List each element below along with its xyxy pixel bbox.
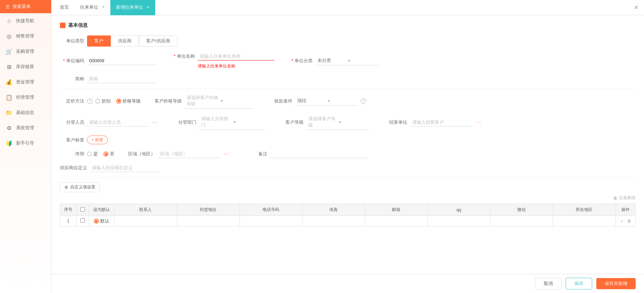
chevron-down-icon: ▼ bbox=[347, 59, 376, 63]
supervisor-input[interactable] bbox=[87, 118, 150, 127]
payment-terms-field: 收款条件 现结 ▼ ? bbox=[268, 96, 366, 106]
sidebar-item-basics[interactable]: 📁 基础信息 bbox=[0, 105, 51, 120]
row-address[interactable] bbox=[177, 216, 239, 227]
sidebar-item-finance[interactable]: 💰 资金管理 bbox=[0, 74, 51, 90]
customer-level-select[interactable]: 请选择客户等级 ▼ bbox=[306, 114, 369, 130]
qq-input[interactable] bbox=[431, 219, 487, 223]
settlement-more-btn[interactable]: ··· bbox=[476, 119, 481, 125]
finance-icon: 💰 bbox=[6, 79, 13, 86]
tab-home[interactable]: 首页 bbox=[54, 0, 74, 15]
section-icon bbox=[60, 23, 65, 28]
sidebar-item-operations[interactable]: 📋 经营管理 bbox=[0, 90, 51, 105]
table-header-checkbox bbox=[77, 204, 89, 216]
add-tag-btn[interactable]: + 标签 bbox=[87, 136, 108, 144]
unit-name-error-tip: 请输入往来单位名称 bbox=[198, 64, 235, 68]
table-header-wechat: 微信 bbox=[490, 204, 553, 216]
cancel-button[interactable]: 取消 bbox=[535, 278, 561, 290]
pricing-discount-option[interactable]: 折扣 bbox=[95, 98, 111, 104]
area-input[interactable] bbox=[158, 150, 221, 158]
contact-input[interactable] bbox=[118, 219, 173, 223]
window-close-btn[interactable]: ✕ bbox=[631, 4, 641, 11]
disabled-no-option[interactable]: 否 bbox=[103, 151, 114, 157]
row-fax[interactable] bbox=[302, 216, 365, 227]
unit-name-input[interactable] bbox=[198, 52, 274, 60]
row-checkbox[interactable] bbox=[80, 218, 85, 223]
supplier-custom-row: 供应商自定义 bbox=[60, 164, 636, 172]
row-default-cell: 默认 bbox=[89, 216, 115, 227]
supervisor-more-btn[interactable]: ··· bbox=[152, 119, 158, 125]
row-default-radio[interactable] bbox=[94, 219, 99, 223]
row-add-btn[interactable]: ＋ bbox=[620, 219, 624, 223]
customer-tag-row: 客户标签 + 标签 bbox=[60, 136, 636, 144]
settlement-input[interactable] bbox=[410, 118, 473, 127]
pricing-level-option[interactable]: 价格等级 bbox=[116, 98, 141, 104]
search-menu-btn[interactable]: ☰ 搜索菜单 bbox=[0, 0, 51, 13]
settings-icon: ⚙ bbox=[64, 185, 68, 190]
fax-input[interactable] bbox=[306, 219, 361, 223]
main-content: 首页 往来单位 ✕ 新增往来单位 ✕ ✕ 基本信息 单位类型 客户 供应商 客户… bbox=[52, 0, 644, 293]
email-input[interactable] bbox=[369, 219, 424, 223]
type-btn-both[interactable]: 客户/供应商 bbox=[139, 35, 178, 47]
row-delete-btn[interactable]: 🗑 bbox=[627, 219, 631, 223]
save-new-button[interactable]: 保存并新增 bbox=[596, 278, 636, 289]
unit-code-input[interactable] bbox=[87, 57, 157, 65]
payment-terms-label: 收款条件 bbox=[268, 98, 292, 104]
type-btn-supplier[interactable]: 供应商 bbox=[111, 35, 139, 47]
operations-icon: 📋 bbox=[6, 94, 13, 101]
remark-input[interactable] bbox=[270, 150, 368, 158]
divider-2 bbox=[60, 178, 636, 178]
batch-delete-label[interactable]: 批量删除 bbox=[619, 195, 636, 201]
row-qq[interactable] bbox=[427, 216, 490, 227]
yes-radio[interactable] bbox=[87, 152, 92, 156]
chevron-down-icon-5: ▼ bbox=[338, 120, 367, 124]
wechat-input[interactable] bbox=[494, 219, 549, 223]
row-action: ＋ 🗑 bbox=[615, 216, 635, 227]
save-button[interactable]: 保存 bbox=[566, 278, 592, 290]
dept-select[interactable]: 请输入分管部门 ▼ bbox=[199, 114, 265, 130]
table-header-region: 所在地区 bbox=[553, 204, 615, 216]
unit-category-field: 单位分类 未分类 ▼ bbox=[288, 56, 378, 65]
sidebar-item-purchase[interactable]: 🛒 采购管理 bbox=[0, 44, 51, 59]
pricing-row: 定价方法 ? 折扣 价格等级 客户价格等级 bbox=[60, 93, 636, 109]
chevron-down-icon-3: ▼ bbox=[327, 99, 356, 103]
sidebar-item-quick-nav[interactable]: ⌂ 快捷导航 bbox=[0, 13, 51, 29]
tab-partners[interactable]: 往来单位 ✕ bbox=[74, 0, 110, 15]
abbr-field: 简称 bbox=[60, 75, 157, 83]
row-phone[interactable] bbox=[239, 216, 302, 227]
area-more-btn[interactable]: ··· bbox=[223, 151, 229, 157]
sidebar-item-newbie[interactable]: 🔰 新手引导 bbox=[0, 136, 51, 151]
disabled-yes-option[interactable]: 是 bbox=[87, 151, 98, 157]
row-region[interactable] bbox=[553, 216, 615, 227]
tab-new-partner-close[interactable]: ✕ bbox=[147, 5, 150, 9]
sidebar-item-inventory[interactable]: ⊞ 库存核算 bbox=[0, 59, 51, 74]
sidebar-item-sales[interactable]: ◎ 销售管理 bbox=[0, 29, 51, 44]
pricing-help-icon[interactable]: ? bbox=[87, 98, 93, 104]
abbr-input[interactable] bbox=[87, 75, 157, 83]
tab-partners-close[interactable]: ✕ bbox=[102, 5, 105, 9]
payment-help-icon[interactable]: ? bbox=[361, 98, 366, 104]
tab-new-partner[interactable]: 新增往来单位 ✕ bbox=[110, 0, 155, 15]
unit-type-field: 单位类型 客户 供应商 客户/供应商 bbox=[60, 35, 178, 47]
basics-icon: 📁 bbox=[6, 109, 13, 116]
discount-radio[interactable] bbox=[95, 99, 100, 104]
select-all-checkbox[interactable] bbox=[80, 207, 85, 212]
phone-input[interactable] bbox=[243, 219, 299, 223]
price-level-radio[interactable] bbox=[116, 99, 121, 104]
row-contact[interactable] bbox=[114, 216, 177, 227]
payment-terms-select[interactable]: 现结 ▼ bbox=[295, 96, 358, 106]
customer-price-select[interactable]: 请选择客户价格等级 ▼ bbox=[184, 93, 254, 109]
customer-price-label: 客户价格等级 bbox=[155, 98, 182, 104]
row-default-radio-item[interactable]: 默认 bbox=[93, 218, 111, 224]
sidebar-item-system[interactable]: ⚙ 系统管理 bbox=[0, 120, 51, 136]
unit-category-select[interactable]: 未分类 ▼ bbox=[315, 56, 378, 65]
section-title-basic-info: 基本信息 bbox=[60, 22, 636, 29]
no-radio[interactable] bbox=[103, 152, 108, 156]
unit-category-label: 单位分类 bbox=[288, 58, 313, 64]
custom-settings-btn[interactable]: ⚙ 自定义项设置 bbox=[60, 182, 100, 192]
row-wechat[interactable] bbox=[490, 216, 553, 227]
row-email[interactable] bbox=[365, 216, 427, 227]
supplier-custom-input[interactable] bbox=[90, 164, 159, 172]
address-input[interactable] bbox=[181, 219, 236, 223]
region-input[interactable] bbox=[557, 219, 612, 223]
type-btn-customer[interactable]: 客户 bbox=[87, 35, 111, 47]
